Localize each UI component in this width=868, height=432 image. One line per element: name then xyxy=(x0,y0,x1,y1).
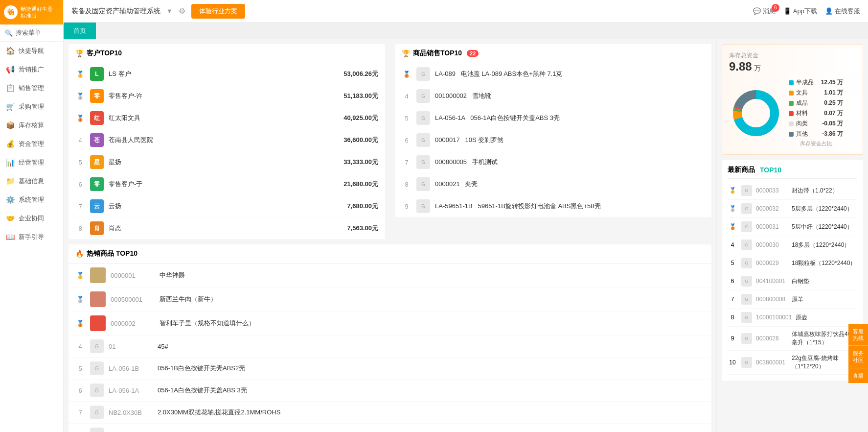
table-row: 4 G 001000002 雪地靴 xyxy=(395,85,711,107)
sidebar-item-finance[interactable]: 💰 资金管理 xyxy=(0,135,63,153)
trial-button[interactable]: 体验行业方案 xyxy=(191,4,245,19)
messages-button[interactable]: 💬 消息 6 xyxy=(753,7,776,16)
product-name: 056-1A白色按键开关盖ABS 3壳 xyxy=(158,386,705,395)
product-code: 0000028 xyxy=(756,335,788,342)
online-service-button[interactable]: 👤 在线客服 xyxy=(825,7,860,16)
right-panel: 库存总资金 9.88 万 xyxy=(716,39,868,432)
sidebar-item-marketing[interactable]: 📢 营销推广 xyxy=(0,60,63,79)
table-row: 🥉 红 红太阳文具 40,925.00元 xyxy=(69,107,385,129)
sidebar-item-label: 新手引导 xyxy=(19,233,44,241)
count-badge: 22 xyxy=(467,50,479,57)
list-item: 🥉 G 0000031 5层中纤（1220*2440） xyxy=(728,218,857,236)
table-row: 6 零 零售客户-于 21,680.00元 xyxy=(69,173,385,195)
legend-name: 肉类 xyxy=(796,120,814,128)
legend-dot xyxy=(789,101,794,106)
legend-dot xyxy=(789,80,794,85)
avatar: 云 xyxy=(90,199,104,213)
tab-home[interactable]: 首页 xyxy=(64,23,96,39)
legend-value: -0.05 万 xyxy=(816,120,843,128)
new-products-header: 最新商品 TOP10 xyxy=(728,166,857,179)
rank-number: 5 xyxy=(75,365,85,372)
sidebar-item-operations[interactable]: 📊 经营管理 xyxy=(0,153,63,172)
service-community-button[interactable]: 服务 社区 xyxy=(848,346,868,368)
product-icon: G xyxy=(741,203,752,214)
legend-name: 成品 xyxy=(796,99,814,107)
legend-value: 0.25 万 xyxy=(816,99,843,107)
legend-name: 材料 xyxy=(796,109,814,118)
product-code: 004100001 xyxy=(756,278,788,285)
product-code: 0000032 xyxy=(756,205,788,212)
rank-number: 🥉 xyxy=(728,223,737,230)
sidebar-item-inventory[interactable]: 📦 库存核算 xyxy=(0,116,63,135)
inventory-legend: 半成品 12.45 万 文具 1.01 万 成品 0 xyxy=(789,78,843,147)
rank-value: 40,925.00元 xyxy=(343,114,378,122)
sidebar-item-label: 资金管理 xyxy=(19,140,44,148)
sidebar-item-system[interactable]: ⚙️ 系统管理 xyxy=(0,191,63,209)
product-code: NB2.0X30B xyxy=(109,409,153,416)
product-image xyxy=(90,315,106,331)
list-item: 8 G 0000011 12070519-xs xyxy=(69,424,711,432)
inventory-icon: 📦 xyxy=(6,121,15,130)
legend-name: 文具 xyxy=(796,89,814,97)
product-name: 5层多层（1220*2440） xyxy=(792,205,857,213)
rank-number: 🥈 xyxy=(75,93,85,100)
legend-dot xyxy=(789,111,794,116)
rank-number: 6 xyxy=(75,181,85,188)
sidebar-item-basics[interactable]: 📁 基础信息 xyxy=(0,172,63,191)
fire-icon: 🔥 xyxy=(75,250,84,258)
sidebar-item-purchase[interactable]: 🛒 采购管理 xyxy=(0,97,63,116)
message-icon: 💬 xyxy=(753,7,761,15)
legend-item: 成品 0.25 万 xyxy=(789,99,843,107)
product-icon: G xyxy=(741,294,752,305)
legend-item: 材料 0.07 万 xyxy=(789,109,843,118)
sidebar-item-home[interactable]: 🏠 快捷导航 xyxy=(0,42,63,60)
rank-number: 🥉 xyxy=(75,115,85,122)
product-name: 45# xyxy=(158,343,705,350)
list-item: 6 G 004100001 白钢垫 xyxy=(728,272,857,290)
sidebar-item-enterprise[interactable]: 🤝 企业协同 xyxy=(0,209,63,228)
product-sales-header: 🏆 商品销售TOP10 22 xyxy=(395,44,711,63)
sidebar-item-label: 系统管理 xyxy=(19,195,44,204)
topbar-right: 💬 消息 6 📱 App下载 👤 在线客服 xyxy=(753,7,860,16)
product-image xyxy=(90,291,106,307)
dropdown-arrow-icon: ▼ xyxy=(166,7,173,15)
settings-icon[interactable]: ⚙ xyxy=(179,6,185,16)
sidebar-search[interactable]: 🔍 搜索菜单 xyxy=(0,24,63,42)
customer-name: 零售客户-许 xyxy=(109,92,339,100)
product-name: 5层中纤（1220*2440） xyxy=(792,223,857,231)
product-sales-card: 🏆 商品销售TOP10 22 🥉 G LA-089 电池盖 LA-089 ABS… xyxy=(395,44,711,217)
legend-dot xyxy=(789,121,794,126)
product-code: 0000030 xyxy=(756,241,788,248)
list-item: 5 G LA-056-1B 056-1B白色按键开关壳ABS2壳 xyxy=(69,358,711,380)
list-item: 7 G 000800008 原羊 xyxy=(728,290,857,309)
table-row: 🥉 G LA-089 电池盖 LA-089 ABS本色+黑种 7.1克 xyxy=(395,63,711,85)
sidebar: 畅 畅捷通好生意 标准版 🔍 搜索菜单 🏠 快捷导航 📢 营销推广 📋 销售管理… xyxy=(0,0,64,432)
list-item: 🥇 G 0000033 封边带（1.0*22） xyxy=(728,182,857,200)
customer-rank-table: 🥇 L LS 客户 53,006.26元 🥈 零 零售客户-许 51,183.0… xyxy=(69,63,385,240)
live-broadcast-button[interactable]: 直播 xyxy=(848,368,868,383)
product-icon: G xyxy=(741,276,752,287)
product-icon: G xyxy=(741,333,752,344)
product-sales-table: 🥉 G LA-089 电池盖 LA-089 ABS本色+黑种 7.1克 4 G … xyxy=(395,63,711,217)
cs-hotline-button[interactable]: 客服 热线 xyxy=(848,324,868,346)
product-icon: G xyxy=(416,111,430,125)
list-item: 10 G 003800001 22g鱼豆腐-烧烤味（1*12*20） xyxy=(728,351,857,375)
rank-number: 8 xyxy=(728,314,737,321)
app-download-button[interactable]: 📱 App下载 xyxy=(783,7,817,16)
rank-number: 4 xyxy=(75,343,85,350)
rank-number: 🥇 xyxy=(75,71,85,78)
rank-number: 4 xyxy=(75,137,85,144)
rank-number: 🥇 xyxy=(728,187,737,194)
avatar: 零 xyxy=(90,89,104,103)
list-item: 4 G 01 45# xyxy=(69,336,711,358)
sidebar-item-sales[interactable]: 📋 销售管理 xyxy=(0,79,63,97)
list-item: 🥈 000500001 新西兰牛肉（新牛） xyxy=(69,288,711,312)
rank-number: 7 xyxy=(75,203,85,210)
product-icon: G xyxy=(741,312,752,323)
donut-chart-svg xyxy=(729,86,783,140)
new-products-card: 最新商品 TOP10 🥇 G 0000033 封边带（1.0*22） 🥈 G 0… xyxy=(722,160,863,381)
table-row: 4 苍 苍南县人民医院 36,600.00元 xyxy=(69,129,385,151)
sidebar-item-guide[interactable]: 📖 新手引导 xyxy=(0,228,63,246)
customer-name: 云扬 xyxy=(109,202,342,211)
product-icon: G xyxy=(741,258,752,268)
